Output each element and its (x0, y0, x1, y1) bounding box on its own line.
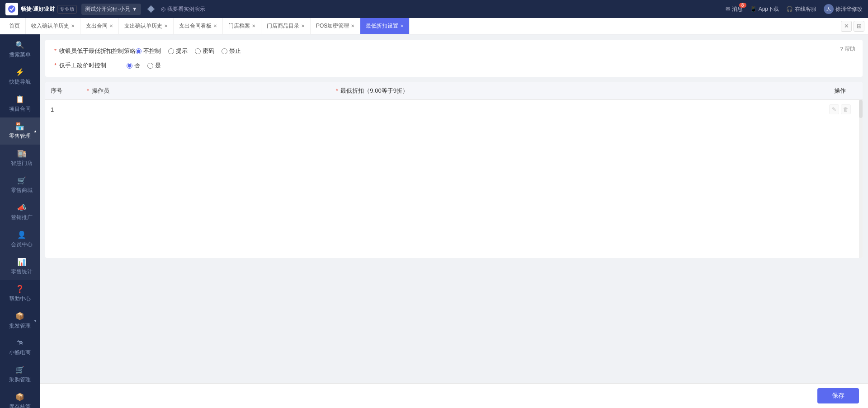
ecommerce-icon: 🛍 (16, 339, 24, 347)
tab-home[interactable]: 首页 (4, 18, 26, 34)
tab-close-btn[interactable]: ✕ (841, 21, 852, 32)
discount-strategy-label: * 收银员低于最低折扣控制策略 (54, 47, 136, 55)
tab-pos-password-close[interactable]: ✕ (351, 23, 354, 28)
table-body: 1 ✎ 🗑 (45, 100, 863, 119)
batch-icon: 📦 (15, 312, 24, 320)
radio-tip-label: 提示 (176, 47, 188, 55)
help-icon: ❓ (15, 285, 24, 293)
sidebar-item-help[interactable]: ❓ 帮助中心 (0, 280, 40, 307)
sidebar-item-batch[interactable]: 📦 批发管理 (0, 307, 40, 334)
tab-home-label: 首页 (9, 22, 20, 30)
sidebar-item-project-label: 项目合同 (9, 105, 31, 113)
tab-menu-btn[interactable]: ⊞ (854, 21, 864, 32)
header-right: ✉ 消息 8 📱 App下载 🎧 在线客服 人 徐泽华修改 (726, 4, 863, 14)
sidebar-item-search[interactable]: 🔍 搜索菜单 (0, 36, 40, 63)
sidebar-item-quick-nav[interactable]: ⚡ 快捷导航 (0, 63, 40, 90)
radio-password-label: 密码 (203, 47, 214, 55)
tab-payment-board-close[interactable]: ✕ (213, 23, 217, 28)
table-card: 序号 * 操作员 * 最低折扣（9.00等于9折） 操作 (45, 82, 863, 258)
circle-icon: ◎ (161, 6, 165, 12)
download-icon: 📱 (750, 6, 757, 12)
contract-icon: 📋 (15, 95, 24, 103)
tab-payment-confirm[interactable]: 支出确认单历史 ✕ (119, 18, 174, 34)
settings-icon[interactable] (146, 4, 156, 14)
th-discount-star: * (336, 87, 338, 94)
messages-btn[interactable]: ✉ 消息 8 (726, 5, 743, 13)
radio-yes[interactable]: 是 (147, 61, 161, 70)
sidebar-item-smart-store[interactable]: 🏬 智慧门店 (0, 145, 40, 172)
tab-store-files[interactable]: 门店档案 ✕ (223, 18, 261, 34)
app-download-label: App下载 (759, 5, 779, 13)
tab-store-files-label: 门店档案 (228, 22, 250, 30)
tab-min-discount-close[interactable]: ✕ (400, 23, 404, 28)
tab-store-files-close[interactable]: ✕ (252, 23, 255, 28)
sidebar-item-inventory[interactable]: 📦 库存核算 (0, 388, 40, 408)
avatar: 人 (824, 4, 834, 14)
delete-btn-1[interactable]: 🗑 (841, 104, 851, 114)
sidebar-item-retail-stats-label: 零售统计 (11, 268, 33, 276)
radio-password[interactable]: 密码 (195, 47, 214, 55)
td-seq-1: 1 (45, 102, 81, 117)
tab-payment-board[interactable]: 支出合同看板 ✕ (174, 18, 223, 34)
svg-point-0 (8, 5, 15, 13)
sidebar-item-purchase[interactable]: 🛒 采购管理 (0, 361, 40, 388)
smart-store-icon: 🏬 (17, 149, 26, 158)
form-row-manual-price: * 仅手工改价时控制 否 是 (54, 61, 854, 70)
table-scroll-area: 1 ✎ 🗑 (45, 100, 863, 258)
tab-pos-password-label: POS加密管理 (316, 22, 349, 30)
th-operator-label: 操作员 (92, 87, 109, 94)
form-card: ? 帮助 * 收银员低于最低折扣控制策略 不控制 (45, 40, 863, 77)
save-button[interactable]: 保存 (817, 388, 859, 403)
marketing-icon: 📣 (17, 203, 26, 212)
sidebar-item-purchase-label: 采购管理 (9, 376, 31, 384)
edit-btn-1[interactable]: ✎ (829, 104, 839, 114)
tab-payment-confirm-close[interactable]: ✕ (164, 23, 168, 28)
required-star-2: * (54, 62, 57, 69)
sidebar-item-project[interactable]: 📋 项目合同 (0, 90, 40, 117)
tab-payment-contract[interactable]: 支出合同 ✕ (80, 18, 119, 34)
sidebar-item-marketing[interactable]: 📣 营销推广 (0, 199, 40, 226)
radio-no-control[interactable]: 不控制 (136, 47, 161, 55)
help-link[interactable]: ? 帮助 (840, 45, 855, 53)
tab-pos-password[interactable]: POS加密管理 ✕ (311, 18, 360, 34)
project-selector[interactable]: 测试分开完程·小兄 ▼ (81, 4, 141, 15)
sidebar-item-retail-mall[interactable]: 🛒 零售商城 (0, 172, 40, 199)
tab-store-products[interactable]: 门店商品目录 ✕ (261, 18, 311, 34)
retail-icon: 🏪 (15, 122, 24, 131)
logo-area: 畅捷·通好业财 专业版 (5, 3, 77, 15)
sidebar-item-retail-stats[interactable]: 📊 零售统计 (0, 253, 40, 280)
radio-tip[interactable]: 提示 (168, 47, 188, 55)
demo-link[interactable]: ◎ 我要看实例演示 (161, 5, 205, 13)
user-area[interactable]: 人 徐泽华修改 (824, 4, 863, 14)
discount-strategy-radio-group: 不控制 提示 密码 禁止 (136, 47, 241, 55)
radio-forbid[interactable]: 禁止 (222, 47, 241, 55)
search-icon: 🔍 (15, 41, 24, 49)
lightning-icon: ⚡ (15, 68, 24, 76)
scrollbar-track[interactable] (859, 100, 863, 258)
message-icon: ✉ (726, 6, 730, 12)
sidebar-item-retail-manage[interactable]: 🏪 零售管理 (0, 117, 40, 145)
sidebar-item-member[interactable]: 👤 会员中心 (0, 226, 40, 253)
app-download-btn[interactable]: 📱 App下载 (750, 5, 779, 13)
tab-income-confirm[interactable]: 收入确认单历史 ✕ (26, 18, 80, 34)
form-row-discount-strategy: * 收银员低于最低折扣控制策略 不控制 提示 (54, 47, 854, 55)
tab-payment-board-label: 支出合同看板 (179, 22, 212, 30)
content-area: ? 帮助 * 收银员低于最低折扣控制策略 不控制 (40, 34, 868, 408)
customer-service-btn[interactable]: 🎧 在线客服 (786, 5, 816, 13)
tabs-actions: ✕ ⊞ (841, 21, 864, 32)
discount-strategy-label-text: 收银员低于最低折扣控制策略 (59, 47, 136, 54)
th-discount: * 最低折扣（9.00等于9折） (330, 82, 817, 99)
tab-income-confirm-close[interactable]: ✕ (71, 23, 75, 28)
page-content: ? 帮助 * 收银员低于最低折扣控制策略 不控制 (40, 34, 868, 383)
sidebar-item-member-label: 会员中心 (11, 241, 33, 249)
messages-badge: 8 (739, 3, 746, 8)
td-seq-1-value: 1 (51, 106, 54, 113)
tab-payment-contract-close[interactable]: ✕ (109, 23, 113, 28)
mall-icon: 🛒 (17, 176, 26, 185)
tab-min-discount[interactable]: 最低折扣设置 ✕ (360, 18, 410, 34)
radio-no[interactable]: 否 (127, 61, 140, 70)
project-name: 测试分开完程·小兄 (85, 5, 130, 13)
scrollbar-thumb[interactable] (859, 100, 863, 118)
sidebar-item-ecommerce[interactable]: 🛍 小畅电商 (0, 334, 40, 361)
tab-store-products-close[interactable]: ✕ (301, 23, 305, 28)
